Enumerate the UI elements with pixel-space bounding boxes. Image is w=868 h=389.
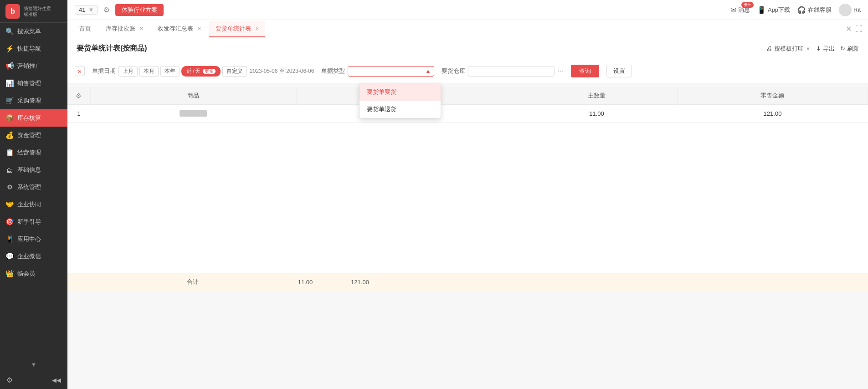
this-year-btn[interactable]: 本年	[160, 66, 180, 77]
sidebar-item-wechat[interactable]: 💬 企业微信	[0, 248, 67, 265]
more-badge: 更多	[203, 69, 216, 74]
table-footer: 合计 11.00 121.00	[67, 273, 868, 291]
col-settings: ⚙	[67, 87, 90, 105]
quicknav-icon: ⚡	[5, 45, 14, 53]
marketing-icon: 📢	[5, 62, 14, 70]
warehouse-more-icon[interactable]: ···	[557, 67, 563, 75]
member-icon: 👑	[5, 270, 14, 278]
export-button[interactable]: ⬇ 导出	[816, 45, 835, 53]
row-product	[90, 105, 296, 123]
sidebar-item-purchase[interactable]: 🛒 采购管理	[0, 92, 67, 109]
dropdown-item-return[interactable]: 要货单退货	[360, 101, 441, 118]
user-name: Rit	[853, 6, 861, 13]
this-month-btn[interactable]: 本月	[139, 66, 159, 77]
sidebar-item-appstore[interactable]: 📱 应用中心	[0, 230, 67, 248]
type-input-wrapper: ▲	[348, 66, 434, 77]
sidebar-scroll-down[interactable]: ▼	[0, 358, 67, 371]
tab-expand-icon[interactable]: ⛶	[855, 25, 863, 33]
tab-order-stats-close[interactable]: ×	[256, 26, 259, 32]
industry-trial-button[interactable]: 体验行业方案	[115, 4, 164, 16]
col-product-header: 商品	[90, 87, 296, 105]
sidebar-item-basic[interactable]: 🗂 基础信息	[0, 161, 67, 179]
query-button[interactable]: 查询	[571, 65, 599, 77]
sidebar-collapse-btn[interactable]: ◀◀	[52, 377, 61, 384]
warehouse-filter-label: 要货仓库	[442, 67, 465, 75]
print-dropdown-icon: ▼	[806, 46, 811, 51]
sidebar-item-enterprise[interactable]: 🤝 企业协同	[0, 196, 67, 213]
warehouse-filter-group: 要货仓库 ···	[442, 66, 563, 77]
print-button[interactable]: 🖨 按模板打印 ▼	[766, 45, 811, 53]
table-empty-space	[67, 123, 868, 273]
app-logo: b 畅捷通好生意 标准版	[0, 0, 67, 23]
app-name-text: 畅捷通好生意 标准版	[24, 5, 51, 17]
page-title: 要货单统计表(按商品)	[77, 44, 147, 53]
expand-button[interactable]: »	[75, 66, 85, 76]
notification-item[interactable]: ✉ 消息 99+	[730, 5, 750, 14]
sidebar-nav: 🔍 搜索菜单 ⚡ 快捷导航 📢 营销推广 📊 销售管理 🛒 采购管理 📦 库存核…	[0, 23, 67, 358]
tab-home[interactable]: 首页	[73, 21, 98, 37]
product-name-blurred	[180, 110, 207, 117]
online-service-item[interactable]: 🎧 在线客服	[797, 6, 832, 14]
refresh-icon: ↻	[840, 45, 845, 52]
refresh-button[interactable]: ↻ 刷新	[840, 45, 859, 53]
row-amount: 121.00	[677, 105, 868, 123]
last-month-btn[interactable]: 上月	[118, 66, 138, 77]
sidebar-settings-icon[interactable]: ⚙	[6, 376, 13, 384]
header-dropdown-icon[interactable]: ▼	[88, 6, 94, 13]
type-filter-label: 单据类型	[321, 67, 345, 75]
tab-order-stats[interactable]: 要货单统计表 ×	[209, 21, 265, 37]
tab-summary[interactable]: 收发存汇总表 ×	[151, 21, 207, 37]
online-service-label: 在线客服	[808, 6, 832, 14]
tab-close-all-icon[interactable]: ✕	[846, 25, 852, 33]
sidebar-item-search[interactable]: 🔍 搜索菜单	[0, 23, 67, 40]
header-settings-icon[interactable]: ⚙	[103, 5, 110, 14]
notification-badge: 99+	[741, 2, 754, 8]
sidebar-item-finance[interactable]: 💰 资金管理	[0, 127, 67, 144]
user-profile-item[interactable]: Rit	[839, 4, 861, 16]
sidebar-item-guide[interactable]: 🎯 新手引导	[0, 213, 67, 230]
last7days-btn[interactable]: 近7天 更多	[181, 66, 221, 77]
appstore-icon: 📱	[5, 235, 14, 243]
guide-icon: 🎯	[5, 218, 14, 226]
warehouse-filter-input[interactable]	[468, 66, 555, 77]
settings-button[interactable]: 设置	[606, 65, 632, 77]
print-icon: 🖨	[766, 45, 772, 52]
wechat-icon: 💬	[5, 252, 14, 261]
finance-icon: 💰	[5, 131, 14, 139]
tab-summary-close[interactable]: ×	[198, 26, 201, 32]
sidebar-item-inventory[interactable]: 📦 库存核算	[0, 109, 67, 127]
user-avatar	[839, 4, 852, 16]
search-icon: 🔍	[5, 27, 14, 36]
date-range-display: 2023-05-06 至 2023-06-06	[250, 67, 314, 75]
type-dropdown-menu: 要货单要货 要货单退货	[359, 83, 441, 118]
type-filter-input[interactable]	[348, 66, 434, 77]
sidebar-item-quicknav[interactable]: ⚡ 快捷导航	[0, 40, 67, 57]
footer-total-quantity: 11.00	[278, 279, 333, 286]
inventory-icon: 📦	[5, 114, 14, 122]
dropdown-item-order[interactable]: 要货单要货	[360, 83, 441, 101]
enterprise-icon: 🤝	[5, 200, 14, 209]
sidebar-item-marketing[interactable]: 📢 营销推广	[0, 57, 67, 75]
logo-icon: b	[5, 4, 20, 19]
purchase-icon: 🛒	[5, 97, 14, 105]
service-icon: 🎧	[797, 6, 806, 14]
app-download-item[interactable]: 📱 App下载	[757, 6, 790, 14]
sidebar-item-system[interactable]: ⚙ 系统管理	[0, 179, 67, 196]
sidebar-item-operations[interactable]: 📋 经营管理	[0, 144, 67, 161]
sidebar-item-member[interactable]: 👑 畅会员	[0, 265, 67, 282]
date-filter-label: 单据日期	[92, 67, 116, 75]
main-content: 41 ▼ ⚙ 体验行业方案 ✉ 消息 99+ 📱 App下载 🎧 在线客服 R	[67, 0, 868, 389]
top-header: 41 ▼ ⚙ 体验行业方案 ✉ 消息 99+ 📱 App下载 🎧 在线客服 R	[67, 0, 868, 20]
custom-date-btn[interactable]: 自定义	[222, 66, 247, 77]
sidebar-item-sales[interactable]: 📊 销售管理	[0, 75, 67, 92]
column-settings-icon[interactable]: ⚙	[76, 92, 82, 99]
row-quantity: 11.00	[516, 105, 677, 123]
footer-total-amount: 121.00	[333, 279, 387, 286]
type-chevron-up-icon[interactable]: ▲	[426, 68, 431, 74]
header-input-value: 41	[79, 6, 85, 13]
tab-batch-close[interactable]: ×	[140, 26, 143, 32]
app-download-icon: 📱	[757, 6, 766, 14]
tab-batch[interactable]: 库存批次账 ×	[99, 21, 149, 37]
footer-total-label: 合计	[187, 278, 223, 286]
page-header: 要货单统计表(按商品) 🖨 按模板打印 ▼ ⬇ 导出 ↻ 刷新	[67, 38, 868, 59]
